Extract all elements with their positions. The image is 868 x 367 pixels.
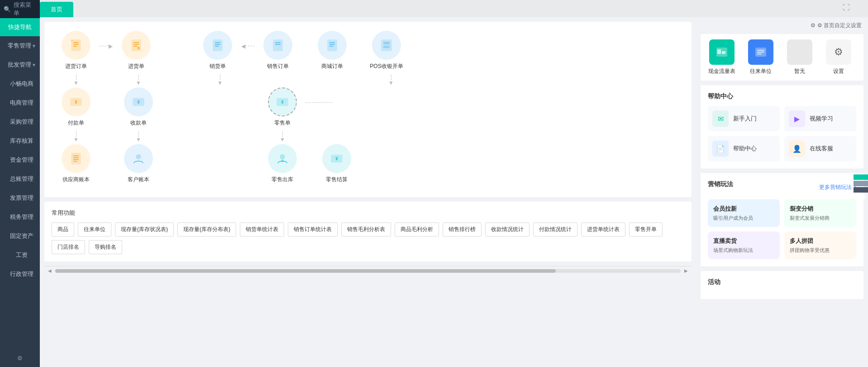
sidebar-item-inventory[interactable]: 库存核算	[0, 131, 40, 150]
svg-rect-41	[722, 51, 725, 54]
more-marketing-link[interactable]: 更多营销玩法 >	[819, 184, 856, 191]
help-item-service[interactable]: 👤 在线客服	[784, 136, 856, 161]
scroll-right-btn[interactable]: ▶	[684, 268, 688, 273]
customer-account-icon	[124, 144, 153, 173]
marketing-live-desc: 场景式购物新玩法	[713, 247, 774, 254]
retail-out-icon	[268, 144, 297, 173]
flow-node-sales-order[interactable]: 销售订单	[255, 31, 300, 70]
func-btn-partner[interactable]: 往来单位	[78, 222, 111, 237]
sidebar-item-finance[interactable]: 资金管理	[0, 150, 40, 169]
scrollbar-track[interactable]	[55, 269, 681, 273]
marketing-group[interactable]: 多人拼团 拼团购物享受优惠	[784, 232, 856, 259]
help-item-docs[interactable]: 📄 帮助中心	[708, 136, 780, 161]
func-btn-purchase-stat[interactable]: 进货单统计表	[581, 222, 625, 237]
v-arrow-receipt: ▼	[116, 131, 161, 142]
func-buttons-grid: 商品 往来单位 现存量(库存状况表) 现存量(库存分布表) 销货单统计表 销售订…	[52, 222, 684, 254]
func-btn-goods[interactable]: 商品	[52, 222, 74, 237]
func-btn-retail-order[interactable]: 零售开单	[629, 222, 663, 237]
func-btn-sales-margin[interactable]: 销售毛利分析表	[341, 222, 391, 237]
quick-tile-partner[interactable]: 往来单位	[745, 39, 777, 75]
help-item-beginner[interactable]: ✉ 新手入门	[708, 106, 780, 131]
sidebar-item-tax-label: 税务管理	[7, 213, 36, 221]
scroll-indicator[interactable]: ◀ ▶	[44, 266, 692, 275]
func-btn-sales-order-stat[interactable]: 销售订单统计表	[288, 222, 338, 237]
flow-node-retail-settlement[interactable]: ¥ 零售结算	[314, 144, 359, 184]
help-item-video[interactable]: ▶ 视频学习	[784, 106, 856, 131]
marketing-split[interactable]: 裂变分销 裂变式发展分销商	[784, 199, 856, 227]
marketing-member-desc: 吸引用户成为会员	[713, 215, 774, 222]
sidebar-item-admin[interactable]: 行政管理	[0, 265, 40, 284]
sidebar-item-retail[interactable]: 零售管理 ▼	[0, 36, 40, 55]
gear-icon-settings: ⚙	[811, 22, 816, 29]
func-btn-payment-stat[interactable]: 付款情况统计	[533, 222, 577, 237]
receipt-label: 收款单	[130, 119, 147, 127]
sidebar-item-assets-label: 固定资产	[7, 232, 36, 240]
func-btn-inventory2[interactable]: 现存量(库存分布表)	[177, 222, 236, 237]
v-arrow-row-2: ▼ ▼	[53, 131, 682, 142]
activity-section: 活动	[701, 271, 863, 299]
mall-order-label: 商城订单	[321, 63, 343, 70]
scroll-left-btn[interactable]: ◀	[48, 268, 52, 273]
quick-tile-cashflow[interactable]: 现金流量表	[706, 39, 738, 75]
flow-node-payment[interactable]: ¥ 付款单	[53, 87, 99, 127]
flow-node-retail-out[interactable]: 零售出库	[260, 144, 305, 184]
flow-node-supplier-account[interactable]: 供应商账本	[53, 144, 99, 184]
payment-label: 付款单	[68, 119, 84, 127]
flow-node-purchase-order[interactable]: 进货订单	[53, 31, 99, 70]
docs-label: 帮助中心	[733, 145, 757, 153]
func-btn-inventory1[interactable]: 现存量(库存状况表)	[115, 222, 174, 237]
svg-text:¥: ¥	[335, 156, 338, 161]
homepage-settings[interactable]: ⚙ ⚙ 首页自定义设置	[701, 22, 863, 29]
sidebar-item-ecommerce[interactable]: 小畅电商	[0, 74, 40, 93]
sidebar-item-tax[interactable]: 税务管理	[0, 208, 40, 227]
workflow-card: 进货订单 ▶	[44, 22, 692, 197]
sidebar-item-assets[interactable]: 固定资产	[0, 227, 40, 246]
partner-label: 往来单位	[750, 68, 772, 75]
flow-node-purchase[interactable]: 进货单	[114, 31, 159, 70]
sidebar-settings[interactable]: ⚙	[0, 349, 40, 367]
flow-node-mall-order[interactable]: 商城订单	[310, 31, 355, 70]
service-icon: 👤	[789, 140, 805, 157]
purchase-label: 进货单	[128, 63, 144, 70]
float-btn-desktop[interactable]: 桌面快捷	[854, 187, 868, 193]
func-btn-sales-stat[interactable]: 销货单统计表	[240, 222, 284, 237]
marketing-member[interactable]: 会员拉新 吸引用户成为会员	[708, 199, 780, 227]
purchase-order-label: 进货订单	[65, 63, 87, 70]
func-btn-goods-margin[interactable]: 商品毛利分析	[395, 222, 439, 237]
flow-node-receipt[interactable]: ¥ 收款单	[116, 87, 161, 127]
float-btn-community[interactable]: 服务社区	[854, 181, 868, 186]
func-btn-store-rank[interactable]: 门店排名	[52, 240, 85, 254]
marketing-split-desc: 裂变式发展分销商	[790, 215, 851, 222]
flow-node-pos[interactable]: POS收银开单	[364, 31, 409, 70]
func-btn-receipt-stat[interactable]: 收款情况统计	[485, 222, 529, 237]
tab-home[interactable]: 首页	[40, 2, 73, 17]
quick-access: 现金流量表 往来单位	[701, 34, 863, 81]
quick-tile-settings[interactable]: ⚙ 设置	[823, 39, 854, 75]
flow-node-sales[interactable]: 销货单	[195, 31, 240, 70]
retail-out-label: 零售出库	[272, 176, 293, 184]
sidebar-item-salary[interactable]: 工资	[0, 246, 40, 265]
marketing-live[interactable]: 直播卖货 场景式购物新玩法	[708, 232, 780, 259]
sidebar-item-admin-label: 行政管理	[7, 270, 36, 278]
fullscreen-icon[interactable]: ⛶	[843, 4, 850, 12]
sidebar-item-wholesale[interactable]: 批发管理 ▼	[0, 55, 40, 74]
svg-point-34	[136, 155, 141, 159]
sidebar-item-ledger[interactable]: 总账管理	[0, 169, 40, 188]
sidebar-item-purchase-label: 采购管理	[7, 118, 36, 126]
right-panel: ⚙ ⚙ 首页自定义设置 现金流量表	[696, 17, 868, 367]
func-btn-guide-rank[interactable]: 导购排名	[89, 240, 122, 254]
v-arrow-purchase2: ▼	[116, 75, 161, 86]
func-btn-sales-rank[interactable]: 销售排行榜	[443, 222, 482, 237]
sidebar-search[interactable]: 🔍 搜索菜单	[0, 0, 40, 18]
sidebar-nav-highlight[interactable]: 快捷导航	[0, 18, 40, 36]
flow-node-customer-account[interactable]: 客户账本	[116, 144, 161, 184]
quick-tile-empty[interactable]: 暂无	[784, 39, 816, 75]
gear-icon: ⚙	[17, 355, 23, 362]
sidebar-item-purchase[interactable]: 采购管理	[0, 112, 40, 131]
sidebar-item-ecommerce-mgmt[interactable]: 电商管理	[0, 93, 40, 112]
flow-node-retail-order[interactable]: ¥ 零售单	[260, 87, 305, 127]
sidebar-item-ecommerce-mgmt-label: 电商管理	[7, 99, 36, 107]
cashflow-label: 现金流量表	[708, 68, 735, 75]
float-btn-hotline[interactable]: 客服热线	[854, 174, 868, 180]
sidebar-item-invoice[interactable]: 发票管理	[0, 188, 40, 208]
